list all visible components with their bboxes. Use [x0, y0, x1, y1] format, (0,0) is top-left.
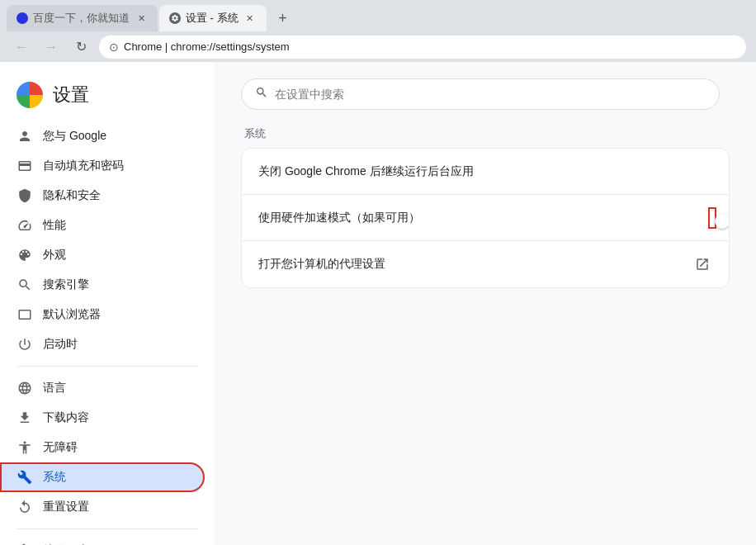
main-content: 系统 关闭 Google Chrome 后继续运行后台应用 使用硬件加速模式（如…	[215, 62, 756, 545]
search-bar	[241, 78, 720, 110]
sidebar-item-privacy-label: 隐私和安全	[43, 188, 101, 203]
address-url: chrome://settings/system	[171, 40, 290, 53]
sidebar-item-google-account[interactable]: 您与 Google	[0, 121, 205, 151]
person-icon	[17, 128, 33, 145]
settings-header: 设置	[0, 75, 215, 121]
proxy-control	[692, 254, 712, 274]
sidebar-item-autofill[interactable]: 自动填充和密码	[0, 151, 205, 181]
tab-settings-label: 设置 - 系统	[186, 11, 239, 26]
sidebar-section-1: 您与 Google 自动填充和密码 隐私和安全 性能	[0, 121, 215, 359]
security-icon	[17, 187, 33, 204]
sidebar-item-appearance[interactable]: 外观	[0, 240, 205, 270]
address-bar[interactable]: ⊙ Chrome | chrome://settings/system	[99, 36, 746, 59]
sidebar-item-default-browser[interactable]: 默认浏览器	[0, 300, 205, 329]
reload-button[interactable]: ↻	[69, 36, 92, 59]
download-icon	[17, 410, 33, 426]
hardware-acceleration-label: 使用硬件加速模式（如果可用）	[258, 211, 712, 225]
sidebar-divider-1	[17, 366, 198, 367]
settings-row-background-apps: 关闭 Google Chrome 后继续运行后台应用	[242, 149, 729, 195]
settings-favicon	[169, 12, 181, 24]
settings-row-hardware-acceleration: 使用硬件加速模式（如果可用）	[242, 195, 729, 241]
sidebar-item-downloads-label: 下载内容	[43, 410, 89, 425]
background-apps-label: 关闭 Google Chrome 后继续运行后台应用	[258, 164, 712, 179]
accessibility-icon	[17, 439, 33, 456]
sidebar-item-performance[interactable]: 性能	[0, 211, 205, 240]
sidebar-item-privacy[interactable]: 隐私和安全	[0, 181, 205, 211]
browser-icon	[17, 306, 33, 323]
language-icon	[17, 380, 33, 396]
sidebar-item-accessibility[interactable]: 无障碍	[0, 433, 205, 462]
tab-baidu[interactable]: 百度一下，你就知道 ✕	[7, 5, 158, 31]
back-button[interactable]: ←	[10, 36, 33, 59]
address-bar-row: ← → ↻ ⊙ Chrome | chrome://settings/syste…	[0, 31, 756, 62]
sidebar-item-downloads[interactable]: 下载内容	[0, 403, 205, 433]
tab-settings-close[interactable]: ✕	[243, 12, 257, 25]
palette-icon	[17, 247, 33, 263]
sidebar-item-startup-label: 启动时	[43, 337, 78, 352]
search-bar-icon	[255, 86, 268, 102]
search-input[interactable]	[275, 88, 706, 101]
chrome-logo	[17, 82, 43, 108]
sidebar-item-performance-label: 性能	[43, 218, 66, 233]
sidebar-item-reset-label: 重置设置	[43, 500, 89, 514]
search-bar-container	[241, 78, 730, 110]
sidebar-item-appearance-label: 外观	[43, 248, 66, 263]
settings-title: 设置	[53, 83, 89, 107]
sidebar-item-language-label: 语言	[43, 381, 66, 396]
sidebar-item-google-account-label: 您与 Google	[43, 129, 106, 144]
proxy-label: 打开您计算机的代理设置	[258, 257, 692, 272]
sidebar-item-search-label: 搜索引擎	[43, 277, 89, 292]
new-tab-button[interactable]: +	[272, 7, 295, 30]
tab-baidu-close[interactable]: ✕	[135, 12, 148, 25]
tab-baidu-label: 百度一下，你就知道	[33, 11, 130, 26]
credit-card-icon	[17, 158, 33, 174]
sidebar: 设置 您与 Google 自动填充和密码 隐私和安全	[0, 62, 215, 545]
address-brand: Chrome	[124, 40, 162, 53]
sidebar-item-extensions[interactable]: 扩展程序 ⧉	[0, 536, 205, 545]
sidebar-item-default-browser-label: 默认浏览器	[43, 307, 101, 322]
sidebar-section-3: 扩展程序 ⧉ 关于 Chrome	[0, 536, 215, 545]
replay-icon	[17, 499, 33, 515]
sidebar-divider-2	[17, 528, 198, 529]
proxy-external-link[interactable]	[692, 254, 712, 274]
tab-bar: 百度一下，你就知道 ✕ 设置 - 系统 ✕ +	[0, 0, 756, 31]
sidebar-item-reset[interactable]: 重置设置	[0, 492, 205, 522]
sidebar-item-system-label: 系统	[43, 470, 66, 485]
power-icon	[17, 336, 33, 353]
section-title: 系统	[241, 126, 730, 141]
sidebar-section-2: 语言 下载内容 无障碍 系统	[0, 373, 215, 522]
secure-icon: ⊙	[109, 40, 119, 54]
forward-button[interactable]: →	[40, 36, 63, 59]
address-text: Chrome | chrome://settings/system	[124, 40, 290, 53]
build-icon	[17, 469, 33, 486]
sidebar-item-language[interactable]: 语言	[0, 373, 205, 403]
tab-settings[interactable]: 设置 - 系统 ✕	[159, 5, 267, 31]
sidebar-item-startup[interactable]: 启动时	[0, 329, 205, 359]
sidebar-item-autofill-label: 自动填充和密码	[43, 159, 124, 173]
settings-row-proxy: 打开您计算机的代理设置	[242, 241, 729, 287]
address-separator: |	[162, 40, 171, 53]
baidu-favicon	[17, 12, 28, 24]
main-layout: 设置 您与 Google 自动填充和密码 隐私和安全	[0, 62, 756, 545]
browser-chrome: 百度一下，你就知道 ✕ 设置 - 系统 ✕ + ← → ↻ ⊙ Chrome |…	[0, 0, 756, 62]
speed-icon	[17, 217, 33, 234]
search-icon	[17, 277, 33, 293]
sidebar-item-system[interactable]: 系统	[0, 462, 205, 492]
settings-card: 关闭 Google Chrome 后继续运行后台应用 使用硬件加速模式（如果可用…	[241, 148, 730, 288]
sidebar-item-search[interactable]: 搜索引擎	[0, 270, 205, 300]
sidebar-item-accessibility-label: 无障碍	[43, 440, 78, 455]
